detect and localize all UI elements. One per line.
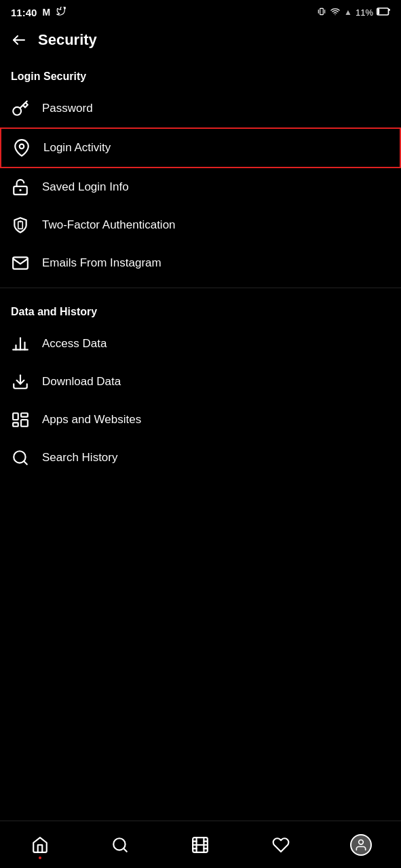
activity-nav-button[interactable]	[264, 828, 298, 862]
apps-websites-item[interactable]: Apps and Websites	[0, 401, 401, 439]
two-factor-item[interactable]: Two-Factor Authentication	[0, 206, 401, 244]
avatar	[350, 834, 372, 856]
battery-icon	[377, 7, 390, 18]
lock-icon	[11, 178, 30, 197]
emails-item[interactable]: Emails From Instagram	[0, 244, 401, 282]
twitter-icon	[56, 7, 66, 18]
key-icon	[11, 99, 30, 118]
svg-point-8	[20, 144, 24, 149]
apps-websites-label: Apps and Websites	[42, 413, 141, 427]
data-history-section: Data and History Access Data Download Da…	[0, 294, 401, 477]
shield-phone-icon	[11, 216, 30, 235]
download-icon	[11, 372, 30, 391]
location-icon	[12, 138, 31, 157]
svg-line-23	[24, 461, 27, 465]
search-history-label: Search History	[42, 451, 117, 465]
svg-rect-11	[18, 222, 23, 229]
header: Security	[0, 24, 401, 58]
gmail-icon: M	[42, 7, 50, 18]
svg-point-34	[359, 840, 364, 844]
login-security-label: Login Security	[0, 58, 401, 90]
svg-rect-19	[21, 413, 28, 416]
time: 11:40	[11, 7, 37, 18]
password-item[interactable]: Password	[0, 90, 401, 127]
svg-line-25	[123, 848, 127, 852]
profile-nav-button[interactable]	[344, 828, 378, 862]
login-activity-label: Login Activity	[43, 141, 111, 155]
svg-rect-0	[320, 8, 324, 14]
access-data-label: Access Data	[42, 337, 107, 351]
vibrate-icon	[317, 7, 326, 18]
status-bar: 11:40 M ▲ 11%	[0, 0, 401, 24]
data-history-label: Data and History	[0, 294, 401, 325]
login-security-section: Login Security Password Login Activity	[0, 58, 401, 282]
page-title: Security	[38, 31, 97, 49]
two-factor-label: Two-Factor Authentication	[42, 218, 176, 232]
email-icon	[11, 254, 30, 273]
svg-rect-6	[378, 8, 380, 14]
login-activity-item[interactable]: Login Activity	[0, 127, 401, 168]
saved-login-info-item[interactable]: Saved Login Info	[0, 168, 401, 206]
saved-login-info-label: Saved Login Info	[42, 180, 129, 194]
svg-point-10	[19, 189, 21, 191]
search-history-item[interactable]: Search History	[0, 439, 401, 477]
chart-icon	[11, 334, 30, 353]
password-label: Password	[42, 102, 93, 115]
search-history-icon	[11, 448, 30, 467]
wifi-icon	[330, 7, 341, 18]
download-data-item[interactable]: Download Data	[0, 363, 401, 401]
svg-rect-21	[13, 422, 18, 426]
emails-label: Emails From Instagram	[42, 256, 161, 270]
download-data-label: Download Data	[42, 375, 121, 389]
access-data-item[interactable]: Access Data	[0, 325, 401, 363]
home-nav-button[interactable]	[23, 828, 57, 862]
back-button[interactable]	[11, 32, 27, 48]
home-active-dot	[39, 856, 41, 859]
status-left: 11:40 M	[11, 7, 66, 18]
bottom-nav	[0, 821, 401, 868]
apps-icon	[11, 410, 30, 429]
svg-rect-20	[21, 420, 28, 427]
svg-rect-18	[13, 413, 18, 420]
signal-icon: ▲	[344, 7, 352, 17]
status-right: ▲ 11%	[317, 7, 390, 18]
battery-text: 11%	[356, 7, 373, 18]
reels-nav-button[interactable]	[183, 828, 217, 862]
section-divider	[0, 288, 401, 288]
svg-point-3	[335, 14, 335, 15]
search-nav-button[interactable]	[103, 828, 137, 862]
